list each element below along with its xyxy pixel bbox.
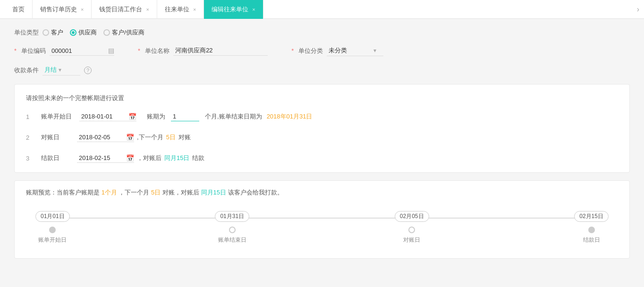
tab-home[interactable]: 首页	[5, 0, 33, 19]
step-2-value: 📅 ,下一个月 5日 对账	[77, 133, 191, 142]
step-3-pre: ，对账后	[137, 154, 161, 162]
step-3-highlight: 同月15日	[164, 154, 189, 162]
unit-name-item: * 单位名称	[138, 46, 268, 56]
step-1-period-label: 账期为	[147, 112, 165, 121]
node-badge-3: 02月15日	[574, 211, 609, 222]
timeline-container: 01月01日 账单开始日 01月31日 账单结束日 02月05日 对账日 02月…	[26, 206, 618, 258]
unit-name-label: 单位名称	[145, 47, 169, 55]
radio-both[interactable]: 客户/供应商	[103, 28, 144, 37]
payment-dropdown-icon: ▾	[59, 67, 61, 73]
step-1-label: 账单开始日	[41, 112, 72, 121]
unit-type-item: 单位类型 客户 供应商 客户/供应商	[14, 28, 144, 37]
step-3-label: 结款日	[41, 154, 69, 162]
step-2-cal-icon[interactable]: 📅	[126, 134, 134, 141]
preview-part2: 5日	[151, 189, 161, 196]
payment-select[interactable]: 月结 ▾	[42, 65, 80, 76]
step-1-period-unit: 个月,账单结束日期为	[205, 112, 262, 121]
preview-connector1: ，下一个月	[119, 189, 149, 196]
preview-label: 账期预览：当前客户账期是	[26, 189, 100, 196]
unit-code-icon[interactable]: ▤	[108, 47, 114, 54]
tab-sales-label: 销售订单历史	[40, 5, 77, 14]
step-1-num: 1	[26, 113, 34, 120]
tab-cashflow-label: 钱货日清工作台	[99, 5, 142, 14]
payment-row: 收款条件 月结 ▾ ?	[14, 65, 630, 76]
radio-both-label: 客户/供应商	[112, 28, 144, 37]
tab-edit-partner[interactable]: 编辑往来单位 ×	[204, 0, 263, 19]
step-1-date-wrap: 📅	[79, 112, 136, 121]
timeline-node-1: 01月31日 账单结束日	[215, 211, 249, 244]
step-1-date-input[interactable]	[79, 112, 127, 121]
step-2-pre: ,下一个月	[137, 133, 163, 142]
step-3-cal-icon[interactable]: 📅	[126, 154, 134, 162]
step-1-period-input[interactable]	[171, 112, 199, 121]
timeline-node-0: 01月01日 账单开始日	[35, 211, 70, 244]
step-2-post: 对账	[178, 133, 191, 142]
tab-cashflow[interactable]: 钱货日清工作台 ×	[92, 0, 157, 19]
radio-both-circle	[103, 29, 110, 36]
timeline-nodes: 01月01日 账单开始日 01月31日 账单结束日 02月05日 对账日 02月…	[35, 211, 609, 244]
step-3-date-input[interactable]	[77, 153, 124, 162]
unit-category-dropdown-icon: ▾	[373, 47, 376, 54]
node-circle-3	[588, 227, 595, 233]
radio-supplier-label: 供应商	[78, 28, 97, 37]
preview-text: 账期预览：当前客户账期是 1个月 ，下一个月 5日 对账，对账后 同月15日 该…	[26, 188, 618, 197]
tabs-next-arrow[interactable]: ›	[632, 5, 644, 14]
step-1-period-end: 2018年01月31日	[267, 112, 313, 121]
step-3-post: 结款	[192, 154, 204, 162]
unit-code-item: * 单位编码 ▤	[14, 46, 114, 56]
preview-suffix: 该客户会给我打款。	[228, 189, 283, 196]
unit-name-input[interactable]	[173, 46, 268, 56]
code-name-row: * 单位编码 ▤ * 单位名称 * 单位分类 未分类 ▾	[14, 45, 630, 56]
step-2-highlight: 5日	[166, 133, 176, 142]
timeline-node-2: 02月05日 对账日	[395, 211, 429, 244]
unit-code-label: 单位编码	[21, 47, 46, 55]
step-2-row: 2 对账日 📅 ,下一个月 5日 对账	[26, 133, 618, 142]
timeline-node-3: 02月15日 结款日	[574, 211, 609, 244]
tab-partners[interactable]: 往来单位 ×	[157, 0, 204, 19]
tab-home-label: 首页	[12, 5, 25, 14]
tabs-bar: 首页 销售订单历史 × 钱货日清工作台 × 往来单位 × 编辑往来单位 × ›	[0, 0, 644, 19]
tab-partners-label: 往来单位	[165, 5, 189, 14]
radio-customer-label: 客户	[51, 28, 63, 37]
radio-supplier-circle	[70, 29, 76, 36]
payment-item: 收款条件 月结 ▾ ?	[14, 65, 92, 76]
step-1-row: 1 账单开始日 📅 账期为 个月,账单结束日期为 2018年01月31日	[26, 112, 618, 121]
unit-type-row: 单位类型 客户 供应商 客户/供应商	[14, 28, 630, 37]
preview-part3: 同月15日	[201, 189, 226, 196]
step-2-date-input[interactable]	[77, 133, 124, 142]
tab-sales-close[interactable]: ×	[81, 7, 84, 12]
tab-sales[interactable]: 销售订单历史 ×	[33, 0, 92, 19]
payment-value: 月结	[44, 66, 57, 74]
step-3-date-wrap: 📅	[77, 153, 134, 163]
radio-customer[interactable]: 客户	[42, 28, 63, 37]
radio-customer-circle	[42, 29, 49, 36]
unit-category-item: * 单位分类 未分类 ▾	[291, 45, 383, 56]
node-badge-2: 02月05日	[395, 211, 429, 222]
node-circle-2	[408, 227, 415, 233]
radio-group: 客户 供应商 客户/供应商	[42, 28, 144, 37]
step-3-num: 3	[26, 155, 34, 162]
tab-edit-partner-close[interactable]: ×	[252, 7, 255, 12]
payment-label: 收款条件	[14, 66, 39, 75]
unit-code-star: *	[14, 47, 17, 54]
tab-cashflow-close[interactable]: ×	[146, 7, 149, 12]
step-2-num: 2	[26, 134, 34, 141]
settings-section: 请按照未来的一个完整帐期进行设置 1 账单开始日 📅 账期为 个月,账单结束日期…	[14, 84, 630, 173]
step-1-cal-icon[interactable]: 📅	[128, 113, 136, 120]
section-title: 请按照未来的一个完整帐期进行设置	[26, 94, 618, 102]
step-3-row: 3 结款日 📅 ，对账后 同月15日 结款	[26, 153, 618, 163]
radio-supplier[interactable]: 供应商	[70, 28, 97, 37]
step-2-label: 对账日	[41, 133, 69, 142]
node-badge-1: 01月31日	[215, 211, 249, 222]
payment-help-icon[interactable]: ?	[84, 67, 92, 74]
node-label-1: 账单结束日	[218, 236, 246, 244]
preview-part1: 1个月	[102, 189, 117, 196]
unit-category-star: *	[291, 47, 294, 54]
unit-name-star: *	[138, 47, 140, 54]
unit-category-select[interactable]: 未分类 ▾	[327, 45, 383, 56]
node-badge-0: 01月01日	[35, 211, 70, 222]
node-label-0: 账单开始日	[38, 236, 67, 244]
tab-partners-close[interactable]: ×	[193, 7, 196, 12]
unit-category-label: 单位分类	[298, 47, 323, 55]
unit-code-input[interactable]	[50, 46, 106, 55]
